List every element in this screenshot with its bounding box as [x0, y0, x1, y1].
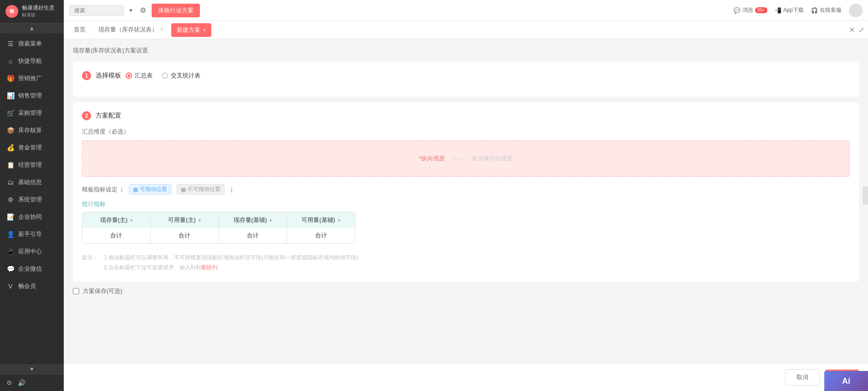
topbar-settings-icon[interactable]: ⚙: [138, 4, 148, 16]
window-close-button[interactable]: ✕: [849, 26, 855, 34]
sidebar-item-membership[interactable]: V 畅会员: [0, 278, 64, 295]
window-expand-button[interactable]: ⤢: [858, 26, 864, 34]
topbar-online-service[interactable]: 🎧 在线客服: [811, 6, 842, 14]
tips-item-1: 提示： 1.拖动标题栏可以调整布局，不可跨维度或指标区域拖动栏目字段(只能在同一…: [82, 253, 850, 263]
tab-inventory-label: 现存量（库存状况表）: [98, 26, 158, 34]
ai-badge[interactable]: Ai: [824, 371, 868, 391]
topbar: ▾ ⚙ 体验行业方案 💬 消息 99+ 📲 App下载 🎧 在线客服: [64, 0, 868, 21]
col2-chevron-icon[interactable]: ▾: [199, 218, 201, 223]
radio-cross[interactable]: 交叉统计表: [162, 72, 200, 80]
indicator-setting-label: 模板指标设定（: [82, 185, 123, 194]
app-download-label: App下载: [783, 6, 804, 14]
tab-new-plan-label: 新建方案: [177, 26, 200, 34]
indicator-cell-4: 合计: [287, 228, 355, 243]
indicator-table-header: 现存量(主) ▾ 可用量(主) ▾ 现存量(基辅) ▾ 可用量(基辅) ▾: [82, 212, 355, 228]
sidebar-item-finance[interactable]: 💰 资金管理: [0, 139, 64, 156]
main-area: ▾ ⚙ 体验行业方案 💬 消息 99+ 📲 App下载 🎧 在线客服 首页: [64, 0, 868, 391]
save-checkbox[interactable]: [73, 288, 79, 294]
sidebar-item-newbie[interactable]: 👤 新手引导: [0, 226, 64, 243]
sidebar-item-app-center[interactable]: 📱 应用中心: [0, 243, 64, 260]
indicator-col-3[interactable]: 现存量(基辅) ▾: [219, 212, 287, 228]
search-menu-icon: ☰: [6, 40, 15, 48]
money-icon: 💰: [6, 144, 15, 152]
online-service-label: 在线客服: [820, 6, 842, 14]
sidebar-item-operation[interactable]: 📋 经营管理: [0, 156, 64, 174]
sidebar-item-label: 基础信息: [18, 178, 42, 186]
step1-title: 选择模板: [96, 72, 121, 80]
sidebar-item-label: 应用中心: [18, 247, 42, 256]
sidebar-scroll-up[interactable]: ▲: [0, 23, 64, 33]
brand-edition: 标准版: [22, 12, 55, 18]
sidebar-item-marketing[interactable]: 🎁 营销推广: [0, 70, 64, 87]
brand-logo-text: 畅: [10, 8, 14, 15]
tab-new-plan-close[interactable]: ×: [203, 27, 206, 33]
tab-inventory-status[interactable]: 现存量（库存状况表） ×: [92, 22, 169, 38]
draggable-badge: ▦ 可拖动位置: [129, 184, 171, 195]
sidebar-item-sales[interactable]: 📊 销售管理: [0, 87, 64, 104]
tab-new-plan[interactable]: 新建方案 ×: [171, 23, 211, 37]
col4-chevron-icon[interactable]: ▾: [338, 218, 340, 223]
sidebar-item-label: 采购管理: [18, 109, 42, 117]
indicator-col-1[interactable]: 现存量(主) ▾: [82, 212, 151, 228]
dimension-required-label: *纵向维度: [419, 155, 445, 162]
sidebar-item-label: 营销推广: [18, 74, 42, 82]
sidebar-item-system[interactable]: ⚙ 系统管理: [0, 191, 64, 208]
topbar-message[interactable]: 💬 消息 99+: [734, 6, 767, 14]
tab-home[interactable]: 首页: [67, 22, 92, 38]
step1-number: 1: [82, 71, 91, 80]
sidebar-item-search-menu[interactable]: ☰ 搜索菜单: [0, 35, 64, 52]
folder-icon: 🗂: [6, 178, 15, 186]
topbar-right: 💬 消息 99+ 📲 App下载 🎧 在线客服: [734, 4, 863, 17]
brand-name: 畅康通好生意: [22, 5, 55, 12]
indicator-col-4[interactable]: 可用量(基辅) ▾: [287, 212, 355, 228]
footer-bar: 取消 查询: [64, 363, 868, 391]
speaker-icon[interactable]: 🔊: [18, 379, 26, 386]
dimension-area[interactable]: *纵向维度 —— 请选择分组维度: [82, 140, 850, 177]
indicator-table-body: 合计 合计 合计 合计: [82, 228, 355, 243]
brand: 畅 畅康通好生意 标准版: [0, 0, 64, 23]
brand-text: 畅康通好生意 标准版: [22, 5, 55, 18]
fixed-label: 不可拖动位置: [188, 185, 220, 193]
radio-summary[interactable]: 汇总表: [126, 72, 153, 80]
search-input[interactable]: [69, 5, 124, 16]
sidebar-item-label: 搜索菜单: [18, 40, 42, 48]
cancel-button[interactable]: 取消: [785, 369, 820, 386]
col2-label: 可用量(主): [168, 216, 196, 224]
service-icon: 🎧: [811, 7, 818, 14]
dropdown-icon[interactable]: ▾: [128, 5, 134, 15]
sidebar-item-inventory[interactable]: 📦 库存核算: [0, 122, 64, 139]
user-icon: 👤: [6, 230, 15, 238]
indicator-col-2[interactable]: 可用量(主) ▾: [151, 212, 219, 228]
box-icon: 📦: [6, 126, 15, 134]
message-badge: 99+: [755, 7, 767, 13]
bag-icon: 🛒: [6, 109, 15, 117]
col3-chevron-icon[interactable]: ▾: [270, 218, 272, 223]
settings-icon[interactable]: ⚙: [6, 379, 12, 386]
sidebar: 畅 畅康通好生意 标准版 ▲ ☰ 搜索菜单 ⌂ 快捷导航 🎁 营销推广 📊 销售…: [0, 0, 64, 391]
clipboard-icon: 📋: [6, 161, 15, 169]
topbar-app-download[interactable]: 📲 App下载: [775, 6, 804, 14]
radio-cross-dot: [162, 72, 168, 79]
user-avatar[interactable]: [849, 4, 863, 17]
sidebar-scroll-down[interactable]: ▼: [0, 364, 64, 374]
dimension-label: 汇总维度（必选）: [82, 128, 850, 136]
sidebar-item-enterprise[interactable]: 📝 企业协同: [0, 208, 64, 226]
radio-summary-dot: [126, 72, 132, 79]
save-option-label: 方案保存(可选): [83, 287, 123, 295]
sidebar-item-basic-info[interactable]: 🗂 基础信息: [0, 174, 64, 191]
sidebar-item-label: 库存核算: [18, 126, 42, 134]
trial-industry-button[interactable]: 体验行业方案: [152, 4, 200, 17]
sidebar-item-quick-nav[interactable]: ⌂ 快捷导航: [0, 52, 64, 70]
gear-icon: ⚙: [6, 196, 15, 204]
sidebar-nav: ☰ 搜索菜单 ⌂ 快捷导航 🎁 营销推广 📊 销售管理 🛒 采购管理 📦 库存核…: [0, 33, 64, 364]
gift-icon: 🎁: [6, 74, 15, 82]
tab-inventory-close[interactable]: ×: [160, 27, 163, 32]
col1-chevron-icon[interactable]: ▾: [130, 218, 133, 223]
tabs-bar: 首页 现存量（库存状况表） × 新建方案 × ✕ ⤢: [64, 21, 868, 39]
right-handle[interactable]: [863, 186, 868, 205]
home-icon: ⌂: [6, 57, 15, 65]
sidebar-item-wechat[interactable]: 💬 企业微信: [0, 260, 64, 278]
indicator-cell-3: 合计: [219, 228, 287, 243]
sidebar-item-purchase[interactable]: 🛒 采购管理: [0, 104, 64, 122]
sidebar-item-label: 系统管理: [18, 196, 42, 204]
